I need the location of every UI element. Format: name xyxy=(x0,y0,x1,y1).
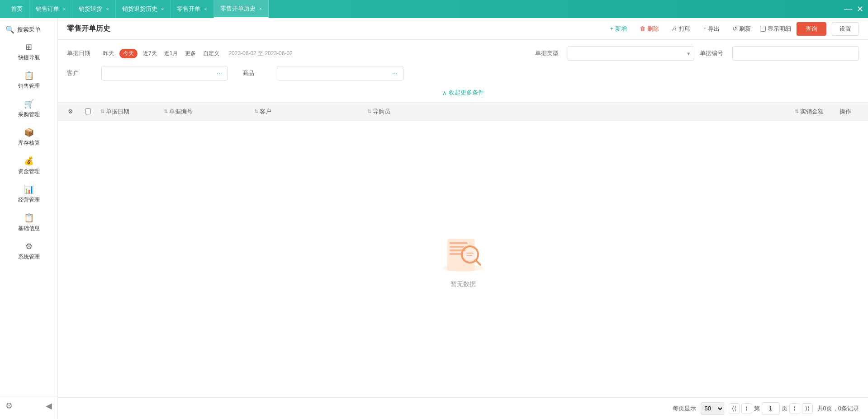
prev-page-button[interactable]: ⟨ xyxy=(741,403,752,414)
content-area: 零售开单历史 + 新增 🗑 删除 🖨 打印 ↑ 导出 ↺ 刷新 显示明细 查询 … xyxy=(58,18,868,419)
sidebar-item-finance-label: 资金管理 xyxy=(18,168,40,175)
page-title: 零售开单历史 xyxy=(67,24,110,33)
filter-area: 单据日期 昨天 今天 近7天 近1月 更多 自定义 2023-06-02 至 2… xyxy=(58,40,868,103)
display-detail-checkbox-label[interactable]: 显示明细 xyxy=(760,25,791,33)
close-icon[interactable]: ✕ xyxy=(857,4,863,14)
customer-input[interactable] xyxy=(105,70,215,77)
last-page-button[interactable]: ⟩⟩ xyxy=(802,403,813,414)
doc-no-label: 单据编号 xyxy=(700,49,727,57)
svg-rect-3 xyxy=(450,246,464,248)
purchase-mgmt-icon: 🛒 xyxy=(24,99,34,109)
tab-home-label: 首页 xyxy=(11,5,23,13)
sidebar-bottom: ⚙ ◀ xyxy=(0,396,57,415)
minimize-icon[interactable]: — xyxy=(844,4,852,14)
sidebar-search[interactable]: 🔍 搜索采单 xyxy=(0,22,57,38)
page-word: 第 xyxy=(754,405,760,413)
date-opt-7days[interactable]: 近7天 xyxy=(141,49,159,58)
empty-illustration xyxy=(436,230,490,275)
first-page-button[interactable]: ⟨⟨ xyxy=(729,403,740,414)
system-icon: ⚙ xyxy=(25,241,33,251)
date-opt-today[interactable]: 今天 xyxy=(119,49,138,58)
svg-rect-5 xyxy=(450,253,462,255)
date-range: 2023-06-02 至 2023-06-02 xyxy=(228,50,292,57)
product-picker-icon[interactable]: ··· xyxy=(390,70,399,77)
sidebar-item-purchase-mgmt[interactable]: 🛒 采购管理 xyxy=(0,94,57,123)
sidebar-item-inventory-label: 库存核算 xyxy=(18,139,40,147)
sidebar-item-sales-mgmt[interactable]: 📋 销售管理 xyxy=(0,66,57,94)
inventory-icon: 📦 xyxy=(24,127,34,137)
print-button[interactable]: 🖨 打印 xyxy=(668,23,695,35)
page-nav: ⟨⟨ ⟨ 第 页 ⟩ ⟩⟩ xyxy=(729,402,813,415)
display-detail-label: 显示明细 xyxy=(768,25,791,33)
per-page-select[interactable]: 50 10 20 100 xyxy=(701,402,724,415)
filter-row-customer: 客户 ··· 商品 ··· xyxy=(67,66,859,80)
tab-retail-history-close[interactable]: × xyxy=(259,6,262,11)
set-button[interactable]: 设置 xyxy=(832,22,859,36)
sidebar-item-inventory[interactable]: 📦 库存核算 xyxy=(0,123,57,151)
export-button[interactable]: ↑ 导出 xyxy=(700,23,723,35)
settings-gear-icon[interactable]: ⚙ xyxy=(5,401,13,411)
tab-sales-order-close[interactable]: × xyxy=(63,6,66,12)
tab-home[interactable]: 首页 xyxy=(5,0,29,18)
settings-icon: ⚙ xyxy=(68,108,73,115)
basic-info-icon: 📋 xyxy=(24,213,34,223)
th-seller[interactable]: ⇅ 导购员 xyxy=(364,108,432,116)
doc-type-select[interactable]: ▾ xyxy=(568,46,694,61)
sidebar-item-system[interactable]: ⚙ 系统管理 xyxy=(0,237,57,265)
th-code[interactable]: ⇅ 单据编号 xyxy=(160,108,251,116)
th-settings[interactable]: ⚙ xyxy=(62,108,79,115)
tab-retail-open[interactable]: 零售开单 × xyxy=(171,0,213,18)
svg-point-7 xyxy=(464,249,476,260)
sidebar-item-sales-mgmt-label: 销售管理 xyxy=(18,82,40,90)
quick-nav-icon: ⊞ xyxy=(25,42,32,52)
tab-retail-history[interactable]: 零售开单历史 × xyxy=(214,0,269,18)
doc-no-input[interactable] xyxy=(732,46,859,61)
sidebar-item-system-label: 系统管理 xyxy=(18,253,40,261)
sidebar-item-operations[interactable]: 📊 经营管理 xyxy=(0,180,57,208)
customer-picker-icon[interactable]: ··· xyxy=(215,70,224,77)
th-customer[interactable]: ⇅ 客户 xyxy=(251,108,364,116)
date-opt-1month[interactable]: 近1月 xyxy=(162,49,180,58)
sidebar-item-operations-label: 经营管理 xyxy=(18,196,40,204)
sort-code-icon: ⇅ xyxy=(164,108,168,114)
date-opt-more[interactable]: 更多 xyxy=(183,49,198,58)
query-button[interactable]: 查询 xyxy=(797,22,826,36)
date-opt-custom[interactable]: 自定义 xyxy=(201,49,221,58)
display-detail-checkbox[interactable] xyxy=(760,26,766,32)
tab-sales-return[interactable]: 销货退货 × xyxy=(72,0,115,18)
sidebar-item-basic-info[interactable]: 📋 基础信息 xyxy=(0,208,57,237)
tab-retail-open-close[interactable]: × xyxy=(204,6,207,12)
finance-icon: 💰 xyxy=(24,156,34,166)
tab-sales-return-history[interactable]: 销货退货历史 × xyxy=(116,0,171,18)
delete-button[interactable]: 🗑 删除 xyxy=(636,23,663,35)
page-number-input[interactable] xyxy=(762,402,780,415)
select-all-checkbox[interactable] xyxy=(85,108,91,114)
filter-row-date: 单据日期 昨天 今天 近7天 近1月 更多 自定义 2023-06-02 至 2… xyxy=(67,46,859,61)
collapse-icon[interactable]: ◀ xyxy=(46,401,52,411)
date-opt-yesterday[interactable]: 昨天 xyxy=(101,49,116,58)
th-checkbox[interactable] xyxy=(79,108,97,114)
sidebar: 🔍 搜索采单 ⊞ 快捷导航 📋 销售管理 🛒 采购管理 📦 库存核算 💰 资金管… xyxy=(0,18,58,419)
tab-sales-return-history-close[interactable]: × xyxy=(161,6,164,12)
th-date[interactable]: ⇅ 单据日期 xyxy=(97,108,160,116)
sidebar-item-finance[interactable]: 💰 资金管理 xyxy=(0,151,57,180)
next-page-button[interactable]: ⟩ xyxy=(789,403,800,414)
sidebar-item-basic-info-label: 基础信息 xyxy=(18,225,40,232)
tab-sales-return-close[interactable]: × xyxy=(106,6,109,12)
sales-mgmt-icon: 📋 xyxy=(24,71,34,80)
sidebar-item-quick-nav[interactable]: ⊞ 快捷导航 xyxy=(0,38,57,66)
refresh-button[interactable]: ↺ 刷新 xyxy=(729,23,754,35)
main-layout: 🔍 搜索采单 ⊞ 快捷导航 📋 销售管理 🛒 采购管理 📦 库存核算 💰 资金管… xyxy=(0,18,868,419)
table-header: ⚙ ⇅ 单据日期 ⇅ 单据编号 ⇅ 客户 ⇅ xyxy=(58,103,868,121)
window-controls: — ✕ xyxy=(844,4,863,14)
svg-line-8 xyxy=(475,260,480,265)
sort-amount-icon: ⇅ xyxy=(795,108,799,114)
top-bar: 首页 销售订单 × 销货退货 × 销货退货历史 × 零售开单 × 零售开单历史 … xyxy=(0,0,868,18)
th-amount[interactable]: ⇅ 实销金额 xyxy=(432,108,827,116)
sort-seller-icon: ⇅ xyxy=(367,108,371,114)
product-input[interactable] xyxy=(281,70,390,77)
filter-collapse-btn[interactable]: ∧ 收起更多条件 xyxy=(67,86,859,98)
tab-sales-order[interactable]: 销售订单 × xyxy=(29,0,72,18)
add-button[interactable]: + 新增 xyxy=(607,23,631,35)
product-label: 商品 xyxy=(242,69,270,77)
